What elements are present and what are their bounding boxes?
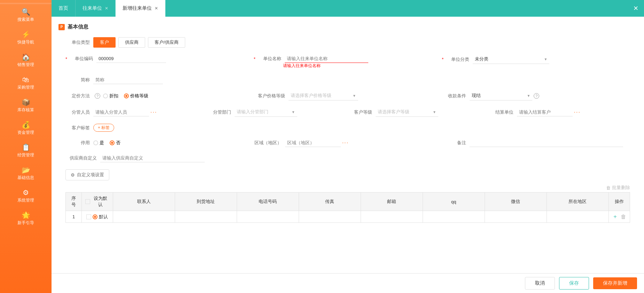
batch-delete-label[interactable]: 批量删除 — [612, 185, 630, 191]
save-new-button[interactable]: 保存并新增 — [593, 277, 637, 289]
row-actions: ＋ 🗑 — [612, 213, 626, 220]
fax-input[interactable] — [303, 214, 357, 219]
contact-input[interactable] — [117, 214, 171, 219]
pricing-radio-group: 折扣 价格等级 — [103, 93, 148, 99]
cell-address[interactable] — [175, 211, 237, 223]
tab-home[interactable]: 首页 — [52, 0, 76, 17]
cell-email[interactable] — [361, 211, 423, 223]
custom-settings-label: 自定义项设置 — [77, 172, 104, 178]
col-phone: 电话号码 — [237, 193, 299, 211]
disabled-no-label: 否 — [116, 140, 120, 146]
supplier-def-label: 供应商自定义 — [65, 155, 97, 161]
sidebar-item-system[interactable]: ⚙ 系统管理 — [0, 185, 52, 207]
unit-category-select[interactable]: 未分类 ▼ — [473, 55, 549, 64]
unit-type-both[interactable]: 客户/供应商 — [148, 37, 185, 48]
cell-region[interactable] — [547, 211, 608, 223]
supervisor-input[interactable] — [93, 108, 149, 116]
row-region-input[interactable] — [550, 214, 605, 219]
add-row-button[interactable]: ＋ — [612, 213, 618, 220]
tab-new-partner-label: 新增往来单位 — [123, 5, 152, 11]
sidebar-item-purchase[interactable]: 🛍 采购管理 — [0, 72, 52, 95]
remark-input[interactable] — [470, 139, 623, 147]
content-area: P 基本信息 单位类型 客户 供应商 客户/供应商 * 单位编 — [52, 17, 644, 273]
tab-partners[interactable]: 往来单位 ✕ — [76, 0, 116, 17]
phone-input[interactable] — [241, 214, 295, 219]
dept-select[interactable]: 请输入分管部门 ▼ — [235, 107, 297, 117]
tab-partners-close[interactable]: ✕ — [105, 6, 108, 11]
abbreviation-group: 简称 — [65, 76, 623, 84]
finance-icon: 💰 — [22, 121, 30, 128]
disabled-yes-label: 是 — [100, 140, 104, 146]
settlement-input[interactable] — [517, 108, 573, 116]
unit-code-input[interactable] — [96, 55, 166, 63]
payment-help-icon[interactable]: ? — [534, 93, 539, 99]
sidebar-item-inventory[interactable]: 📦 库存核算 — [0, 95, 52, 117]
payment-terms-select[interactable]: 现结 ▼ — [470, 91, 532, 100]
sidebar-item-operations[interactable]: 📋 经营管理 — [0, 140, 52, 162]
row-checkbox[interactable] — [86, 214, 91, 219]
custom-settings-button[interactable]: ⚙ 自定义项设置 — [65, 169, 109, 180]
unit-category-required: * — [442, 57, 443, 62]
sidebar-item-quicknav[interactable]: ⚡ 快捷导航 — [0, 27, 52, 49]
unit-code-group: * 单位编码 — [65, 55, 247, 63]
sidebar-item-search[interactable]: 🔍 搜索菜单 — [0, 4, 52, 27]
sidebar-item-newbie[interactable]: 🌟 新手引导 — [0, 207, 52, 230]
customer-level-select[interactable]: 请选择客户等级 ▼ — [376, 107, 438, 117]
pricing-discount-option[interactable]: 折扣 — [103, 93, 118, 99]
sidebar: 🔍 搜索菜单 ⚡ 快捷导航 🏠 销售管理 🛍 采购管理 📦 库存核算 💰 资金管… — [0, 0, 52, 293]
region-more[interactable]: ··· — [341, 140, 350, 146]
unit-name-input[interactable] — [285, 55, 368, 63]
unit-type-customer[interactable]: 客户 — [93, 37, 116, 48]
pricing-row: 定价方法 ? 折扣 价格等级 — [65, 91, 630, 100]
default-radio-item[interactable]: 默认 — [93, 214, 108, 220]
unit-category-value: 未分类 — [475, 56, 544, 62]
cell-qq[interactable] — [423, 211, 485, 223]
table-row: 1 默认 — [66, 211, 630, 223]
customer-level-arrow: ▼ — [433, 110, 436, 114]
default-radio — [93, 214, 97, 219]
unit-code-row: * 单位编码 * 单位名称 请输入往来单位名称 — [65, 55, 630, 69]
address-input[interactable] — [179, 214, 233, 219]
region-input[interactable] — [285, 139, 341, 147]
col-region: 所在地区 — [547, 193, 608, 211]
select-all-checkbox[interactable] — [85, 199, 90, 204]
delete-row-button[interactable]: 🗑 — [621, 214, 626, 220]
save-button[interactable]: 保存 — [559, 277, 589, 290]
pricing-level-option[interactable]: 价格等级 — [124, 93, 148, 99]
tab-bar-close-button[interactable]: ✕ — [633, 0, 644, 17]
customer-price-select[interactable]: 请选择客户价格等级 ▼ — [289, 91, 358, 100]
qq-input[interactable] — [426, 214, 481, 219]
email-input[interactable] — [364, 214, 419, 219]
sidebar-item-finance[interactable]: 💰 资金管理 — [0, 117, 52, 140]
tab-new-partner-close[interactable]: ✕ — [155, 6, 158, 11]
settlement-more[interactable]: ··· — [573, 109, 582, 115]
sales-icon: 🏠 — [22, 54, 30, 60]
customer-price-label: 客户价格等级 — [254, 93, 285, 99]
pricing-level-dot — [125, 95, 127, 97]
supervisor-more[interactable]: ··· — [149, 109, 158, 115]
cell-fax[interactable] — [299, 211, 361, 223]
wechat-input[interactable] — [488, 214, 543, 219]
section-title: 基本信息 — [68, 24, 88, 30]
tab-new-partner[interactable]: 新增往来单位 ✕ — [116, 0, 165, 17]
disabled-yes-option[interactable]: 是 — [93, 140, 104, 146]
supplier-def-input[interactable] — [100, 154, 205, 162]
disabled-row: 停用 是 否 区 — [65, 139, 630, 147]
sidebar-item-sales[interactable]: 🏠 销售管理 — [0, 49, 52, 72]
cell-phone[interactable] — [237, 211, 299, 223]
settlement-group: 结算单位 ··· — [489, 108, 623, 116]
supervisor-group: 分管人员 ··· — [65, 108, 200, 116]
sidebar-item-basic[interactable]: 📂 基础信息 — [0, 162, 52, 185]
cell-wechat[interactable] — [485, 211, 547, 223]
unit-type-supplier[interactable]: 供应商 — [118, 37, 145, 48]
abbreviation-row: 简称 — [65, 76, 630, 84]
sidebar-label-finance: 资金管理 — [17, 130, 34, 136]
col-address: 到货地址 — [175, 193, 237, 211]
cell-contact[interactable] — [113, 211, 175, 223]
disabled-no-option[interactable]: 否 — [110, 140, 120, 146]
abbreviation-input[interactable] — [93, 76, 163, 84]
col-wechat: 微信 — [485, 193, 547, 211]
add-tag-button[interactable]: + 标签 — [93, 124, 114, 132]
cancel-button[interactable]: 取消 — [525, 277, 555, 290]
pricing-help-icon[interactable]: ? — [95, 93, 100, 99]
